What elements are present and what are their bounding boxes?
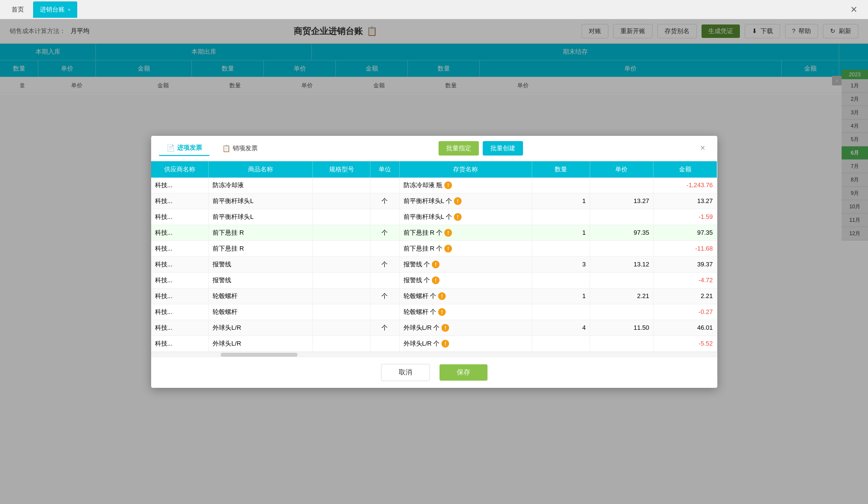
window-close-icon: ✕: [850, 4, 857, 15]
amount-cell: -1.59: [654, 209, 717, 225]
inventory-cell: 前平衡杆球头L 个!: [399, 209, 532, 225]
table-head: 供应商名称 商品名称 规格型号 单位 存货名称 数量 单价 金额: [151, 161, 717, 178]
inventory-cell: 外球头L/R 个!: [399, 336, 532, 351]
inventory-cell: 报警线 个!: [399, 272, 532, 288]
incoming-tab-icon: 📄: [166, 144, 175, 152]
modal-dialog: 📄 进项发票 📋 销项发票 批量指定 批量创建 ×: [151, 136, 717, 388]
product-cell: 轮毂螺杆: [209, 304, 313, 320]
unit-cell: [370, 304, 399, 320]
inventory-cell: 轮毂螺杆 个!: [399, 304, 532, 320]
product-cell: 外球头L/R: [209, 336, 313, 351]
amount-cell: 46.01: [654, 320, 717, 336]
unit-cell: [370, 272, 399, 288]
window-close-button[interactable]: ✕: [844, 0, 863, 19]
table-row: 科技... 前下悬挂 R 前下悬挂 R 个! -11.68: [151, 240, 717, 256]
inventory-cell: 防冻冷却液 瓶!: [399, 178, 532, 193]
modal-table-container[interactable]: 供应商名称 商品名称 规格型号 单位 存货名称 数量 单价 金额 科技..: [151, 161, 717, 352]
tab-home[interactable]: 首页: [5, 1, 31, 18]
amount-cell: 39.37: [654, 256, 717, 272]
price-cell: [590, 209, 653, 225]
qty-cell: [532, 336, 590, 351]
product-cell: 外球头L/R: [209, 320, 313, 336]
inventory-cell: 前下悬挂 R 个!: [399, 240, 532, 256]
table-row: 科技... 前平衡杆球头L 个 前平衡杆球头L 个! 1 13.27 13.27: [151, 193, 717, 209]
warning-icon: !: [441, 324, 449, 332]
save-button[interactable]: 保存: [440, 364, 488, 381]
supplier-cell: 科技...: [151, 304, 209, 320]
unit-cell: [370, 178, 399, 193]
col-supplier: 供应商名称: [151, 161, 209, 178]
price-cell: [590, 178, 653, 193]
table-row: 科技... 前平衡杆球头L 前平衡杆球头L 个! -1.59: [151, 209, 717, 225]
table-row: 科技... 报警线 个 报警线 个! 3 13.12 39.37: [151, 256, 717, 272]
spec-cell: [312, 240, 370, 256]
warning-icon: !: [441, 340, 449, 348]
tab-active[interactable]: 进销台账 ×: [33, 1, 77, 18]
unit-cell: 个: [370, 256, 399, 272]
table-row: 科技... 轮毂螺杆 个 轮毂螺杆 个! 1 2.21 2.21: [151, 288, 717, 304]
table-row: 科技... 外球头L/R 个 外球头L/R 个! 4 11.50 46.01: [151, 320, 717, 336]
qty-cell: 1: [532, 193, 590, 209]
product-cell: 防冻冷却液: [209, 178, 313, 193]
tab-incoming-invoice[interactable]: 📄 进项发票: [159, 141, 210, 156]
price-cell: [590, 304, 653, 320]
amount-cell: -1,243.76: [654, 178, 717, 193]
supplier-cell: 科技...: [151, 256, 209, 272]
tab-outgoing-invoice[interactable]: 📋 销项发票: [214, 141, 265, 156]
amount-cell: 97.35: [654, 225, 717, 240]
spec-cell: [312, 256, 370, 272]
supplier-cell: 科技...: [151, 209, 209, 225]
supplier-cell: 科技...: [151, 193, 209, 209]
table-row: 科技... 外球头L/R 外球头L/R 个! -5.52: [151, 336, 717, 351]
inventory-cell: 外球头L/R 个!: [399, 320, 532, 336]
modal-header: 📄 进项发票 📋 销项发票 批量指定 批量创建 ×: [151, 136, 717, 161]
qty-cell: [532, 178, 590, 193]
modal-overlay: 📄 进项发票 📋 销项发票 批量指定 批量创建 ×: [0, 19, 868, 504]
amount-cell: -11.68: [654, 240, 717, 256]
amount-cell: 13.27: [654, 193, 717, 209]
batch-assign-button[interactable]: 批量指定: [439, 141, 479, 156]
tab-bar: 首页 进销台账 × ✕: [0, 0, 868, 19]
warning-icon: !: [432, 261, 440, 268]
tab-active-label: 进销台账: [40, 5, 65, 14]
col-inventory: 存货名称: [399, 161, 532, 178]
modal-actions: 批量指定 批量创建: [439, 141, 523, 156]
product-cell: 报警线: [209, 256, 313, 272]
unit-cell: 个: [370, 193, 399, 209]
price-cell: [590, 240, 653, 256]
cancel-button[interactable]: 取消: [381, 364, 430, 381]
amount-cell: -5.52: [654, 336, 717, 351]
qty-cell: 4: [532, 320, 590, 336]
unit-cell: 个: [370, 320, 399, 336]
col-product: 商品名称: [209, 161, 313, 178]
tab-home-label: 首页: [12, 6, 24, 13]
supplier-cell: 科技...: [151, 320, 209, 336]
spec-cell: [312, 304, 370, 320]
outgoing-tab-icon: 📋: [222, 144, 230, 152]
scrollbar-thumb[interactable]: [221, 353, 297, 357]
spec-cell: [312, 320, 370, 336]
horizontal-scrollbar[interactable]: [151, 352, 717, 357]
unit-cell: [370, 240, 399, 256]
modal-close-button[interactable]: ×: [696, 142, 710, 155]
warning-icon: !: [438, 292, 446, 300]
price-cell: 97.35: [590, 225, 653, 240]
batch-create-button[interactable]: 批量创建: [483, 141, 523, 156]
qty-cell: 1: [532, 225, 590, 240]
warning-icon: !: [454, 197, 462, 205]
product-cell: 轮毂螺杆: [209, 288, 313, 304]
col-spec: 规格型号: [312, 161, 370, 178]
spec-cell: [312, 288, 370, 304]
qty-cell: [532, 304, 590, 320]
outgoing-tab-label: 销项发票: [233, 144, 258, 153]
spec-cell: [312, 209, 370, 225]
table-row: 科技... 报警线 报警线 个! -4.72: [151, 272, 717, 288]
tab-close-icon[interactable]: ×: [68, 7, 71, 12]
qty-cell: [532, 209, 590, 225]
supplier-cell: 科技...: [151, 336, 209, 351]
inventory-cell: 报警线 个!: [399, 256, 532, 272]
spec-cell: [312, 193, 370, 209]
warning-icon: !: [454, 213, 462, 221]
amount-cell: -0.27: [654, 304, 717, 320]
table-row: 科技... 轮毂螺杆 轮毂螺杆 个! -0.27: [151, 304, 717, 320]
